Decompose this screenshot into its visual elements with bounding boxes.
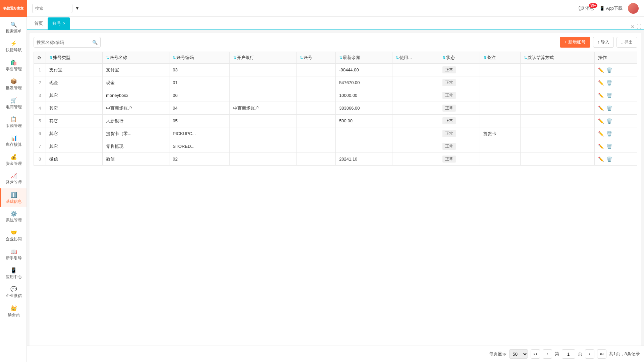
- sidebar-item-enterprise-agreement[interactable]: 🤝企业协同: [0, 226, 26, 245]
- sidebar-item-app-center[interactable]: 📱应用中心: [0, 264, 26, 283]
- cell-note: [480, 153, 521, 166]
- sidebar-item-basic-info[interactable]: ℹ️基础信息: [0, 188, 26, 207]
- topbar-right: 💬 消息 99+ 📱 App下载: [579, 3, 639, 14]
- add-account-button[interactable]: + 新增账号: [560, 37, 590, 48]
- cell-status: 正常: [439, 89, 480, 102]
- ecommerce-mgmt-icon: 🛒: [10, 97, 17, 104]
- search-box[interactable]: 🔍: [34, 37, 101, 48]
- sidebar-item-inventory-calc[interactable]: 📊库存核算: [0, 131, 26, 150]
- cell-type: 其它: [46, 102, 103, 115]
- sidebar-item-quick-nav[interactable]: ⚡快捷导航: [0, 37, 26, 56]
- th-account-code[interactable]: ⇅账号编码: [169, 52, 230, 64]
- delete-icon[interactable]: 🗑️: [606, 131, 612, 136]
- sidebar-item-free-member[interactable]: 👑畅会员: [0, 302, 26, 320]
- enterprise-wechat-icon: 💬: [10, 286, 17, 292]
- topbar-dropdown[interactable]: ▼: [75, 6, 79, 11]
- cell-use: [392, 64, 439, 76]
- cell-status: 正常: [439, 153, 480, 166]
- free-member-icon: 👑: [10, 305, 17, 311]
- delete-icon[interactable]: 🗑️: [606, 157, 612, 162]
- delete-icon[interactable]: 🗑️: [606, 106, 612, 111]
- edit-icon[interactable]: ✏️: [598, 144, 604, 149]
- tab-account[interactable]: 账号 ×: [48, 17, 70, 29]
- enterprise-agreement-icon: 🤝: [10, 229, 17, 236]
- table-row: 4 其它 中百商场账户 04 中百商场账户 383866.00 正常 ✏️ 🗑️: [34, 102, 637, 115]
- th-note[interactable]: ⇅备注: [480, 52, 521, 64]
- edit-icon[interactable]: ✏️: [598, 106, 604, 111]
- edit-icon[interactable]: ✏️: [598, 93, 604, 98]
- cell-action: ✏️ 🗑️: [595, 76, 637, 89]
- sidebar-item-search-menu[interactable]: 🔍搜索菜单: [0, 18, 26, 37]
- fullscreen-icon[interactable]: ⛶: [637, 24, 641, 29]
- topbar-search-input[interactable]: [32, 4, 72, 13]
- th-account-name[interactable]: ⇅账号名称: [102, 52, 169, 64]
- cell-balance: -90444.00: [336, 64, 392, 76]
- next-page-button[interactable]: ›: [585, 349, 594, 359]
- sidebar-nav: 🔍搜索菜单⚡快捷导航🛍️零售管理📦批发管理🛒电商管理📋采购管理📊库存核算💰资金管…: [0, 17, 26, 320]
- edit-icon[interactable]: ✏️: [598, 67, 604, 73]
- cell-bank: [230, 64, 297, 76]
- th-status[interactable]: ⇅状态: [439, 52, 480, 64]
- th-latest-balance[interactable]: ⇅最新余额: [336, 52, 392, 64]
- edit-icon[interactable]: ✏️: [598, 131, 604, 136]
- edit-icon[interactable]: ✏️: [598, 157, 604, 162]
- cell-bank: [230, 115, 297, 127]
- cell-action: ✏️ 🗑️: [595, 115, 637, 127]
- th-use[interactable]: ⇅使用...: [392, 52, 439, 64]
- content-inner: 🔍 + 新增账号 ↑ 导入 ↓ 导出 ⚙ ⇅账号类型 ⇅账号名称 ⇅账号编码: [30, 33, 641, 359]
- edit-icon[interactable]: ✏️: [598, 118, 604, 124]
- delete-icon[interactable]: 🗑️: [606, 144, 612, 149]
- business-mgmt-icon: 📈: [10, 173, 17, 179]
- th-bank[interactable]: ⇅开户银行: [230, 52, 297, 64]
- sidebar-item-capital-mgmt[interactable]: 💰资金管理: [0, 150, 26, 169]
- edit-icon[interactable]: ✏️: [598, 80, 604, 85]
- app-download-button[interactable]: 📱 App下载: [599, 5, 623, 11]
- cell-bank: [230, 140, 297, 153]
- delete-icon[interactable]: 🗑️: [606, 67, 612, 73]
- sidebar-item-business-mgmt[interactable]: 📈经营管理: [0, 169, 26, 188]
- cell-use: [392, 102, 439, 115]
- sidebar-item-new-guide[interactable]: 📖新手引导: [0, 245, 26, 264]
- th-settings[interactable]: ⚙: [34, 52, 46, 64]
- import-button[interactable]: ↑ 导入: [593, 37, 614, 48]
- export-button[interactable]: ↓ 导出: [616, 37, 637, 48]
- tab-close-icon[interactable]: ×: [63, 21, 65, 26]
- table-header-row: ⚙ ⇅账号类型 ⇅账号名称 ⇅账号编码 ⇅开户银行 ⇅账号 ⇅最新余额 ⇅使用.…: [34, 52, 637, 64]
- sidebar-item-ecommerce-mgmt[interactable]: 🛒电商管理: [0, 94, 26, 113]
- cell-action: ✏️ 🗑️: [595, 127, 637, 140]
- th-account-number[interactable]: ⇅账号: [297, 52, 336, 64]
- topbar-left: ▼: [32, 4, 79, 13]
- cell-balance: [336, 140, 392, 153]
- main-area: ▼ 💬 消息 99+ 📱 App下载 首页 账号 ×: [27, 0, 644, 362]
- cell-name: 微信: [102, 153, 169, 166]
- prev-page-button[interactable]: ‹: [543, 349, 552, 359]
- sidebar-item-enterprise-wechat[interactable]: 💬企业微信: [0, 283, 26, 301]
- per-page-select[interactable]: 50 100 200: [509, 349, 528, 359]
- cell-bank: 中百商场账户: [230, 102, 297, 115]
- search-input[interactable]: [37, 40, 92, 45]
- cell-index: 7: [34, 140, 46, 153]
- last-page-button[interactable]: ⏭: [597, 349, 606, 359]
- table-row: 1 支付宝 支付宝 03 -90444.00 正常 ✏️ 🗑️: [34, 64, 637, 76]
- chevron-down-icon: ▼: [75, 6, 79, 11]
- delete-icon[interactable]: 🗑️: [606, 93, 612, 98]
- first-page-button[interactable]: ⏮: [531, 349, 540, 359]
- cell-account: [297, 89, 336, 102]
- cell-default-settle: [520, 153, 594, 166]
- cell-action: ✏️ 🗑️: [595, 64, 637, 76]
- close-window-icon[interactable]: ✕: [631, 24, 635, 29]
- delete-icon[interactable]: 🗑️: [606, 118, 612, 124]
- tab-home[interactable]: 首页: [30, 17, 48, 29]
- th-default-settle[interactable]: ⇅默认结算方式: [520, 52, 594, 64]
- sidebar-item-purchase-mgmt[interactable]: 📋采购管理: [0, 113, 26, 131]
- sidebar-item-wholesale-mgmt[interactable]: 📦批发管理: [0, 75, 26, 94]
- tab-list: 首页 账号 ×: [30, 17, 631, 29]
- sidebar-item-system-mgmt[interactable]: ⚙️系统管理: [0, 207, 26, 226]
- delete-icon[interactable]: 🗑️: [606, 80, 612, 85]
- message-button[interactable]: 💬 消息 99+: [579, 5, 594, 11]
- sidebar-item-retail-mgmt[interactable]: 🛍️零售管理: [0, 56, 26, 75]
- avatar[interactable]: [628, 3, 639, 14]
- th-account-type[interactable]: ⇅账号类型: [46, 52, 103, 64]
- page-input[interactable]: [562, 349, 575, 359]
- cell-name: 提货卡（零...: [102, 127, 169, 140]
